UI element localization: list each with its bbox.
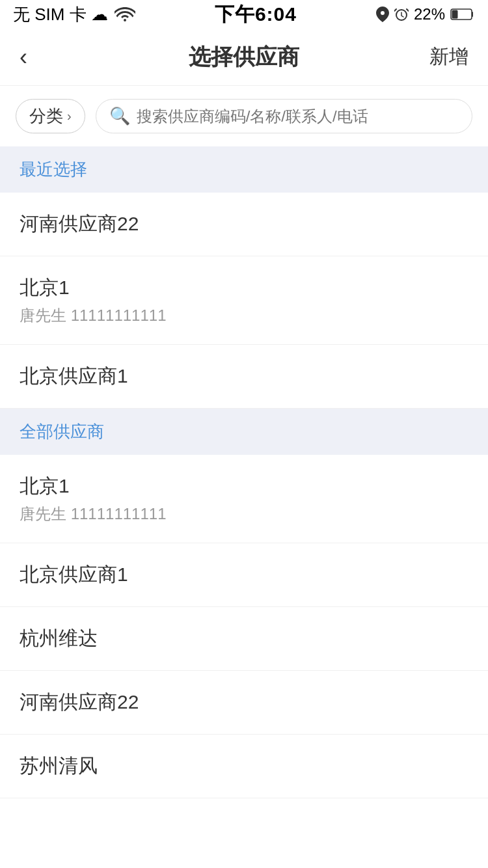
item-sub: 唐先生 11111111111 bbox=[20, 305, 468, 326]
status-right: 22% bbox=[376, 5, 475, 23]
sim-status: 无 SIM 卡 ☁ bbox=[13, 3, 108, 26]
list-item[interactable]: 苏州清风 bbox=[0, 735, 488, 798]
list-item[interactable]: 北京供应商1 bbox=[0, 543, 488, 607]
all-list: 北京1唐先生 11111111111北京供应商1杭州维达河南供应商22苏州清风 bbox=[0, 455, 488, 798]
list-item[interactable]: 北京1唐先生 11111111111 bbox=[0, 256, 488, 345]
item-name: 北京1 bbox=[20, 275, 468, 301]
all-section-label: 全部供应商 bbox=[20, 422, 104, 441]
item-name: 河南供应商22 bbox=[20, 211, 468, 237]
list-item[interactable]: 杭州维达 bbox=[0, 607, 488, 671]
chevron-right-icon: › bbox=[67, 109, 72, 124]
battery-percent: 22% bbox=[414, 5, 445, 23]
recent-section-label: 最近选择 bbox=[20, 159, 87, 179]
status-time: 下午6:04 bbox=[215, 1, 297, 28]
item-name: 北京1 bbox=[20, 473, 468, 500]
category-label: 分类 bbox=[29, 105, 63, 128]
item-name: 北京供应商1 bbox=[20, 363, 468, 390]
location-icon bbox=[376, 7, 389, 22]
category-filter[interactable]: 分类 › bbox=[16, 99, 85, 133]
search-box: 🔍 bbox=[96, 99, 472, 133]
alarm-icon bbox=[394, 7, 409, 22]
all-section-header: 全部供应商 bbox=[0, 409, 488, 455]
search-icon: 🔍 bbox=[109, 106, 130, 126]
nav-bar: ‹ 选择供应商 新增 bbox=[0, 29, 488, 86]
recent-list: 河南供应商22北京1唐先生 11111111111北京供应商1 bbox=[0, 193, 488, 409]
list-item[interactable]: 北京供应商1 bbox=[0, 345, 488, 409]
list-item[interactable]: 河南供应商22 bbox=[0, 671, 488, 735]
list-item[interactable]: 北京1唐先生 11111111111 bbox=[0, 455, 488, 543]
wifi-icon bbox=[115, 7, 135, 21]
status-left: 无 SIM 卡 ☁ bbox=[13, 3, 135, 26]
filter-bar: 分类 › 🔍 bbox=[0, 86, 488, 146]
item-name: 河南供应商22 bbox=[20, 689, 468, 716]
battery-icon bbox=[450, 8, 475, 21]
search-input[interactable] bbox=[137, 107, 459, 126]
status-bar: 无 SIM 卡 ☁ 下午6:04 22% bbox=[0, 0, 488, 29]
recent-section-header: 最近选择 bbox=[0, 146, 488, 193]
add-button[interactable]: 新增 bbox=[429, 44, 468, 70]
back-button[interactable]: ‹ bbox=[20, 44, 59, 71]
item-name: 杭州维达 bbox=[20, 625, 468, 652]
page-title: 选择供应商 bbox=[59, 42, 429, 72]
item-name: 苏州清风 bbox=[20, 753, 468, 780]
item-sub: 唐先生 11111111111 bbox=[20, 504, 468, 524]
item-name: 北京供应商1 bbox=[20, 562, 468, 588]
list-item[interactable]: 河南供应商22 bbox=[0, 193, 488, 256]
svg-rect-2 bbox=[452, 10, 458, 19]
